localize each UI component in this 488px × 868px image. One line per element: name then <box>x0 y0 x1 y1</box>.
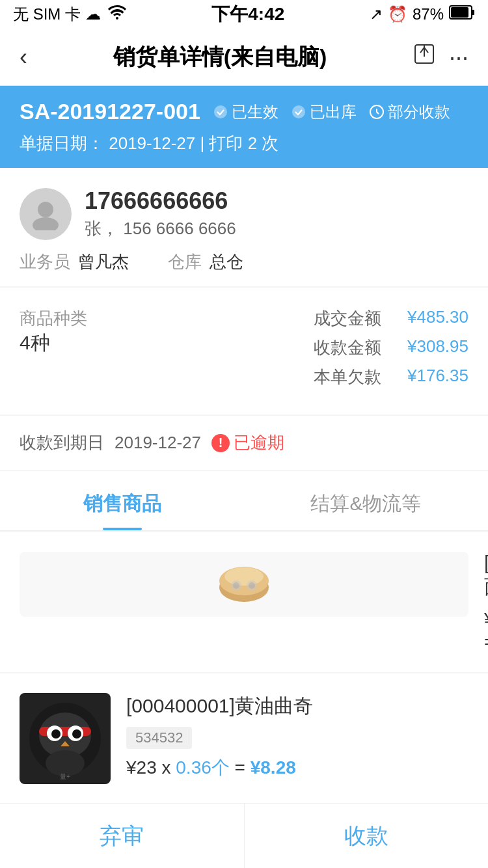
svg-rect-2 <box>451 7 468 18</box>
order-id: SA-20191227-001 <box>20 99 200 124</box>
list-item: 量+ [000400001]黄油曲奇 534532 ¥23 x 0.36个 = … <box>0 673 488 804</box>
overdue-badge: ! 已逾期 <box>211 431 284 454</box>
product-name: [0000002]面包 <box>484 552 488 601</box>
tabs-section: 销售商品 结算&物流等 <box>0 471 488 531</box>
sim-status: 无 SIM 卡 ☁ <box>13 4 101 25</box>
svg-point-7 <box>38 202 53 217</box>
svg-point-23 <box>72 729 81 739</box>
product-thumbnail-bread <box>20 552 468 617</box>
product-sku: 534532 <box>126 727 192 749</box>
debt-label: 本单欠款 <box>314 366 381 388</box>
header-banner: SA-20191227-001 已生效 已出库 部分收款 单据日期： 2019-… <box>0 86 488 168</box>
customer-contact: 张， 156 6666 6666 <box>85 217 236 240</box>
svg-point-14 <box>233 582 239 589</box>
nav-left: ‹ <box>20 44 27 71</box>
customer-phone: 17666666666 <box>85 187 236 215</box>
nav-right: ··· <box>413 42 468 72</box>
bottom-bar: 弃审 收款 <box>0 803 488 868</box>
product-price: ¥23 x 0.36个 = ¥8.28 <box>126 755 468 780</box>
status-badge-partial: 部分收款 <box>370 102 450 122</box>
customer-section: 17666666666 张， 156 6666 6666 业务员 曾凡杰 仓库 … <box>0 168 488 286</box>
product-name: [000400001]黄油曲奇 <box>126 693 468 720</box>
due-date-label: 收款到期日 <box>20 431 104 454</box>
status-time: 下午4:42 <box>211 2 284 27</box>
amount-value: ¥485.30 <box>407 307 468 330</box>
alarm-icon: ⏰ <box>388 5 407 23</box>
confirm-button[interactable]: 收款 <box>245 804 489 868</box>
status-bar: 无 SIM 卡 ☁ 下午4:42 ↗ ⏰ 87% <box>0 0 488 29</box>
tab-sales-products[interactable]: 销售商品 <box>0 471 244 530</box>
product-thumbnail-cookie: 量+ <box>20 693 111 784</box>
product-types-value: 4种 <box>20 330 87 357</box>
share-icon[interactable] <box>413 42 436 72</box>
list-item: [0000002]面包 ¥40 x 5袋 = ¥199.99 <box>0 532 488 672</box>
status-left: 无 SIM 卡 ☁ <box>13 4 127 25</box>
overdue-icon: ! <box>211 434 230 452</box>
cancel-button[interactable]: 弃审 <box>0 804 245 868</box>
order-date: 单据日期： 2019-12-27 | 打印 2 次 <box>20 132 468 155</box>
svg-text:量+: 量+ <box>60 773 70 780</box>
status-badge-effective: 已生效 <box>213 102 278 122</box>
due-date-section: 收款到期日 2019-12-27 ! 已逾期 <box>0 416 488 470</box>
product-price: ¥40 x 5袋 = ¥199.99 <box>484 607 488 653</box>
summary-section: 商品种类 4种 成交金额 ¥485.30 收款金额 ¥308.95 本单欠款 ¥… <box>0 288 488 414</box>
customer-avatar <box>20 188 72 240</box>
status-badge-shipped: 已出库 <box>291 102 357 122</box>
status-right: ↗ ⏰ 87% <box>370 5 475 23</box>
due-date-value: 2019-12-27 <box>115 433 201 453</box>
battery-text: 87% <box>413 5 444 23</box>
back-button[interactable]: ‹ <box>20 44 27 71</box>
wifi-icon <box>107 5 127 23</box>
received-value: ¥308.95 <box>407 336 468 359</box>
svg-point-11 <box>224 567 264 586</box>
svg-rect-1 <box>472 10 474 15</box>
tab-settlement[interactable]: 结算&物流等 <box>244 471 488 530</box>
received-label: 收款金额 <box>314 336 381 359</box>
battery-icon <box>449 5 475 23</box>
debt-value: ¥176.35 <box>407 366 468 388</box>
page-title: 销货单详情(来自电脑) <box>113 42 327 72</box>
svg-point-15 <box>249 582 255 589</box>
amount-label: 成交金额 <box>314 307 381 330</box>
svg-point-25 <box>46 750 85 776</box>
more-icon[interactable]: ··· <box>449 44 468 71</box>
product-types-label: 商品种类 <box>20 307 87 330</box>
overdue-label: 已逾期 <box>234 431 284 454</box>
warehouse-info: 仓库 总仓 <box>168 251 243 273</box>
svg-point-5 <box>292 105 305 118</box>
svg-point-4 <box>214 105 227 118</box>
nav-bar: ‹ 销货单详情(来自电脑) ··· <box>0 29 488 86</box>
svg-point-8 <box>33 217 59 230</box>
salesperson-info: 业务员 曾凡杰 <box>20 251 129 273</box>
svg-point-22 <box>51 729 61 739</box>
svg-rect-19 <box>39 727 91 736</box>
location-icon: ↗ <box>370 5 383 23</box>
